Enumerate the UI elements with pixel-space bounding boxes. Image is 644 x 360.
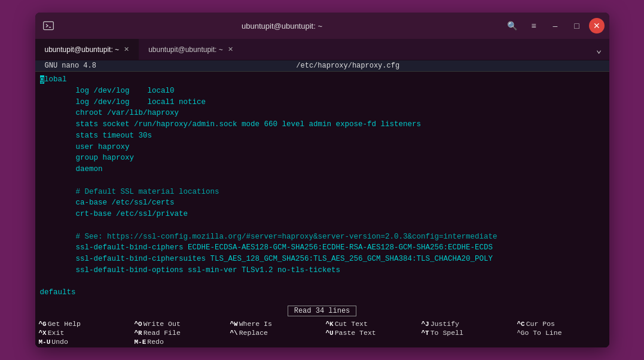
shortcut-cur-pos[interactable]: ^C Cur Pos [514, 319, 609, 328]
label-justify: Justify [431, 320, 459, 328]
statusbar: Read 34 lines ^G Get Help ^O Write Out ^… [35, 304, 609, 347]
nano-filename: /etc/haproxy/haproxy.cfg [296, 62, 399, 70]
key-replace: ^\ [230, 330, 238, 337]
editor-content[interactable]: global log /dev/log local0 log /dev/log … [35, 72, 609, 304]
shortcut-read-file[interactable]: ^R Read File [131, 328, 227, 337]
line-6: stats timeout 30s [40, 130, 605, 142]
tab-2-close[interactable]: ✕ [228, 45, 233, 53]
tab-1-label: ubuntupit@ubuntupit: ~ [45, 45, 120, 54]
line-16: ssl-default-bind-ciphers ECDHE-ECDSA-AES… [40, 242, 605, 254]
label-cut-text: Cut Text [335, 320, 368, 328]
line-13: crt-base /etc/ssl/private [40, 209, 605, 220]
minimize-button[interactable]: – [546, 17, 565, 34]
key-justify: ^J [422, 321, 429, 328]
key-undo: M-U [39, 338, 51, 346]
shortcuts-bar: ^G Get Help ^O Write Out ^W Where Is ^K … [35, 318, 609, 347]
line-11: # Default SSL material locations [40, 187, 605, 198]
label-to-spell: To Spell [431, 329, 463, 337]
key-cur-pos: ^C [517, 321, 525, 328]
nano-header: GNU nano 4.8 /etc/haproxy/haproxy.cfg [35, 60, 609, 72]
key-paste-text: ^U [326, 330, 334, 337]
label-cur-pos: Cur Pos [526, 320, 555, 328]
label-exit: Exit [48, 329, 65, 337]
label-replace: Replace [239, 329, 268, 337]
shortcut-paste-text[interactable]: ^U Paste Text [322, 328, 418, 337]
shortcut-exit[interactable]: ^X Exit [35, 328, 131, 337]
tabbar: ubuntupit@ubuntupit: ~ ✕ ubuntupit@ubunt… [35, 39, 609, 60]
key-where-is: ^W [230, 321, 238, 328]
line-10 [40, 175, 605, 187]
key-exit: ^X [39, 330, 47, 337]
close-button[interactable]: ✕ [589, 18, 605, 33]
search-button[interactable]: 🔍 [503, 17, 522, 34]
key-to-spell: ^T [422, 330, 429, 337]
line-14 [40, 220, 605, 231]
nano-editor: GNU nano 4.8 /etc/haproxy/haproxy.cfg gl… [35, 60, 609, 347]
status-read-lines: Read 34 lines [35, 304, 609, 318]
label-paste-text: Paste Text [335, 329, 376, 337]
label-redo: Redo [147, 338, 164, 346]
key-get-help: ^G [39, 321, 47, 328]
cursor: g [40, 75, 45, 84]
shortcut-replace[interactable]: ^\ Replace [227, 328, 322, 337]
line-15: # See: https://ssl-config.mozilla.org/#s… [40, 231, 605, 243]
window-controls: 🔍 ≡ – □ ✕ [503, 17, 605, 34]
label-write-out: Write Out [144, 320, 181, 328]
shortcut-cut-text[interactable]: ^K Cut Text [322, 319, 418, 328]
line-4: chroot /var/lib/haproxy [40, 108, 605, 119]
line-8: group haproxy [40, 152, 605, 164]
line-7: user haproxy [40, 142, 605, 153]
maximize-button[interactable]: □ [567, 17, 587, 34]
line-18: ssl-default-bind-options ssl-min-ver TLS… [40, 265, 605, 276]
key-read-file: ^R [135, 330, 142, 337]
line-1: global [40, 74, 605, 86]
line-3: log /dev/log local1 notice [40, 97, 605, 108]
key-write-out: ^O [135, 321, 142, 328]
line-17: ssl-default-bind-ciphersuites TLS_AES_12… [40, 254, 605, 265]
shortcut-where-is[interactable]: ^W Where Is [227, 319, 322, 328]
window-title: ubuntupit@ubuntupit: ~ [62, 22, 503, 30]
shortcut-redo[interactable]: M-E Redo [131, 337, 227, 346]
label-read-file: Read File [144, 329, 181, 337]
key-redo: M-E [135, 338, 146, 346]
key-cut-text: ^K [326, 321, 334, 328]
shortcut-write-out[interactable]: ^O Write Out [131, 319, 227, 328]
line-12: ca-base /etc/ssl/certs [40, 197, 605, 209]
shortcut-justify[interactable]: ^J Justify [418, 319, 514, 328]
titlebar: ubuntupit@ubuntupit: ~ 🔍 ≡ – □ ✕ [35, 13, 609, 39]
shortcut-go-to-line[interactable]: ^ Go To Line [514, 328, 609, 337]
label-undo: Undo [51, 338, 68, 346]
shortcut-get-help[interactable]: ^G Get Help [35, 319, 131, 328]
tab-1[interactable]: ubuntupit@ubuntupit: ~ ✕ [35, 39, 139, 60]
label-go-to-line: Go To Line [521, 329, 562, 337]
terminal-window: ubuntupit@ubuntupit: ~ 🔍 ≡ – □ ✕ ubuntup… [35, 13, 609, 347]
tab-1-close[interactable]: ✕ [124, 45, 129, 53]
nano-version: GNU nano 4.8 [45, 62, 96, 70]
label-where-is: Where Is [239, 320, 272, 328]
shortcut-undo[interactable]: M-U Undo [35, 337, 131, 346]
line-2: log /dev/log local0 [40, 86, 605, 97]
terminal-icon [40, 17, 57, 34]
menu-button[interactable]: ≡ [524, 17, 544, 34]
tab-2-label: ubuntupit@ubuntupit: ~ [148, 45, 223, 54]
new-tab-button[interactable]: ⌄ [589, 44, 609, 56]
shortcut-to-spell[interactable]: ^T To Spell [418, 328, 514, 337]
tab-2[interactable]: ubuntupit@ubuntupit: ~ ✕ [139, 39, 243, 60]
read-lines-msg: Read 34 lines [288, 306, 357, 316]
line-5: stats socket /run/haproxy/admin.sock mod… [40, 119, 605, 130]
line-19 [40, 276, 605, 288]
line-20: defaults [40, 287, 605, 298]
line-9: daemon [40, 164, 605, 175]
label-get-help: Get Help [48, 320, 81, 328]
